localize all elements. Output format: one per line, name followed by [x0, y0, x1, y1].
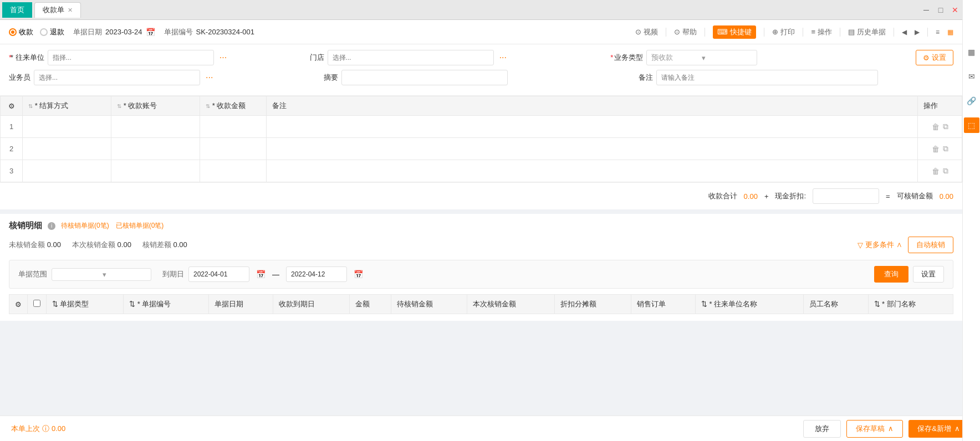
close-button[interactable]: ✕ — [950, 5, 960, 15]
top-toolbar: 收款 退款 单据日期 2023-03-24 📅 单据编号 SK-20230324… — [0, 20, 962, 44]
draft-button[interactable]: 保存草稿 ∧ — [846, 420, 903, 422]
discount-input[interactable] — [813, 188, 879, 204]
next-nav[interactable]: ▶ — [915, 28, 920, 36]
remark-input[interactable] — [656, 70, 878, 85]
range-select[interactable]: ▾ — [52, 268, 151, 281]
due-date-from[interactable] — [188, 266, 249, 282]
more-conditions-label: 更多条件 ∧ — [865, 240, 902, 250]
store-more-icon[interactable]: ··· — [497, 53, 509, 63]
col-settings[interactable]: ⚙ — [1, 96, 23, 116]
store-input[interactable] — [328, 50, 494, 65]
bottom-actions: 放弃 保存草稿 ∧ 保存&新增 ∧ — [803, 420, 962, 422]
abandon-button[interactable]: 放弃 — [803, 420, 841, 422]
row-remark-1[interactable] — [267, 116, 918, 138]
print-action[interactable]: ⊕ 打印 — [772, 27, 795, 37]
remark-field: 备注 — [639, 70, 953, 85]
grid-nav[interactable]: ▦ — [947, 28, 953, 36]
history-action[interactable]: ▤ 历史单据 — [848, 27, 886, 37]
shortcut-action[interactable]: ⌨ 快捷键 — [713, 25, 756, 39]
prev-nav[interactable]: ◀ — [902, 28, 907, 36]
delete-row-3[interactable]: 🗑 — [932, 167, 940, 176]
video-action[interactable]: ⊙ 视频 — [635, 27, 658, 37]
operation-label: 操作 — [818, 27, 832, 37]
col-gear[interactable]: ⚙ — [9, 295, 28, 314]
table-settings-icon[interactable]: ⚙ — [8, 102, 15, 110]
search-actions: 查询 设置 — [874, 266, 944, 283]
more-conditions-btn[interactable]: ▽ 更多条件 ∧ — [858, 240, 902, 250]
employee-field: 业务员 ··· — [9, 70, 324, 85]
due-date-label: 到期日 — [162, 269, 184, 279]
source-unit-input[interactable] — [48, 50, 214, 65]
section-info-icon[interactable]: i — [48, 222, 55, 230]
tab-home[interactable]: 首页 — [2, 2, 32, 18]
row-remark-2[interactable] — [267, 138, 918, 160]
summary-input[interactable] — [341, 70, 508, 85]
stat-diff: 核销差额 0.00 — [142, 240, 187, 250]
date-to-calendar-icon[interactable]: 📅 — [354, 270, 363, 279]
row-amount-1[interactable] — [200, 116, 267, 138]
row-amount-2[interactable] — [200, 138, 267, 160]
divider-5 — [840, 28, 840, 37]
table-row: 2 🗑 ⧉ — [1, 138, 962, 160]
pending-tab[interactable]: 待核销单据(0笔) — [61, 221, 109, 230]
operation-action[interactable]: ≡ 操作 — [811, 27, 832, 37]
row-amount-3[interactable] — [200, 160, 267, 182]
number-field: 单据编号 SK-20230324-001 — [164, 27, 255, 37]
form-row-2: 业务员 ··· 摘要 备注 — [9, 70, 953, 85]
receipt-table-wrapper: ⚙ ⇅ * 结算方式 ⇅ * 收款账号 ⇅ * 收款金额 — [0, 96, 962, 182]
row-actions-1: 🗑 ⧉ — [918, 116, 962, 138]
stat-current-value: 0.00 — [118, 240, 131, 249]
tab-receipt[interactable]: 收款单 ✕ — [34, 2, 81, 18]
lower-settings-icon[interactable]: ⚙ — [15, 300, 22, 309]
search-bar: 单据范围 ▾ 到期日 📅 — 📅 查询 设置 — [9, 260, 953, 289]
date-from-calendar-icon[interactable]: 📅 — [256, 270, 266, 279]
date-value: 2023-03-24 — [105, 28, 142, 36]
row-settle-1[interactable] — [23, 116, 111, 138]
radio-refund[interactable]: 退款 — [40, 27, 64, 37]
tab-close-icon[interactable]: ✕ — [68, 7, 73, 14]
filter-icon: ▽ — [858, 241, 863, 249]
row-account-1[interactable] — [111, 116, 200, 138]
employee-more-icon[interactable]: ··· — [203, 73, 215, 83]
lower-settings-button[interactable]: 设置 — [913, 266, 944, 283]
auto-verify-button[interactable]: 自动核销 — [908, 237, 953, 253]
minimize-button[interactable]: ─ — [921, 5, 931, 15]
due-date-to[interactable] — [286, 266, 347, 282]
help-action[interactable]: ⊙ 帮助 — [674, 27, 697, 37]
copy-row-1[interactable]: ⧉ — [943, 122, 948, 131]
menu-nav[interactable]: ≡ — [936, 28, 940, 36]
col-due-date: 收款到期日 — [273, 295, 349, 314]
maximize-button[interactable]: □ — [936, 5, 946, 15]
col-remark: 备注 — [267, 96, 918, 116]
source-unit-more-icon[interactable]: ··· — [217, 53, 229, 63]
select-all-checkbox[interactable] — [33, 300, 40, 307]
row-remark-3[interactable] — [267, 160, 918, 182]
employee-label: 业务员 — [9, 73, 30, 83]
store-field: 门店 ··· — [310, 50, 611, 65]
stat-unverified-label: 未核销金额 — [9, 240, 47, 249]
settings-button[interactable]: ⚙ 设置 — [916, 50, 953, 65]
employee-input[interactable] — [34, 70, 200, 85]
row-settle-2[interactable] — [23, 138, 111, 160]
row-settle-3[interactable] — [23, 160, 111, 182]
row-account-2[interactable] — [111, 138, 200, 160]
row-account-3[interactable] — [111, 160, 200, 182]
business-type-select[interactable]: 预收款 ▾ — [646, 50, 757, 65]
copy-row-3[interactable]: ⧉ — [943, 166, 948, 176]
tab-bar: 首页 收款单 ✕ ─ □ ✕ — [0, 0, 962, 20]
query-button[interactable]: 查询 — [874, 266, 908, 283]
summary-label: 摘要 — [324, 73, 338, 83]
shortcut-label: 快捷键 — [730, 27, 752, 37]
delete-row-1[interactable]: 🗑 — [932, 122, 940, 131]
verified-tab[interactable]: 已核销单据(0笔) — [116, 221, 164, 230]
date-range-separator: — — [272, 270, 279, 279]
delete-row-2[interactable]: 🗑 — [932, 145, 940, 153]
total-label: 收款合计 — [708, 191, 737, 201]
col-amount: ⇅ * 收款金额 — [200, 96, 267, 116]
radio-receipt[interactable]: 收款 — [9, 27, 33, 37]
copy-row-2[interactable]: ⧉ — [943, 144, 948, 153]
history-icon: ▤ — [848, 28, 855, 36]
date-calendar-icon[interactable]: 📅 — [146, 28, 155, 37]
save-new-button[interactable]: 保存&新增 ∧ — [908, 420, 962, 422]
business-type-label: *业务类型 — [610, 53, 643, 63]
